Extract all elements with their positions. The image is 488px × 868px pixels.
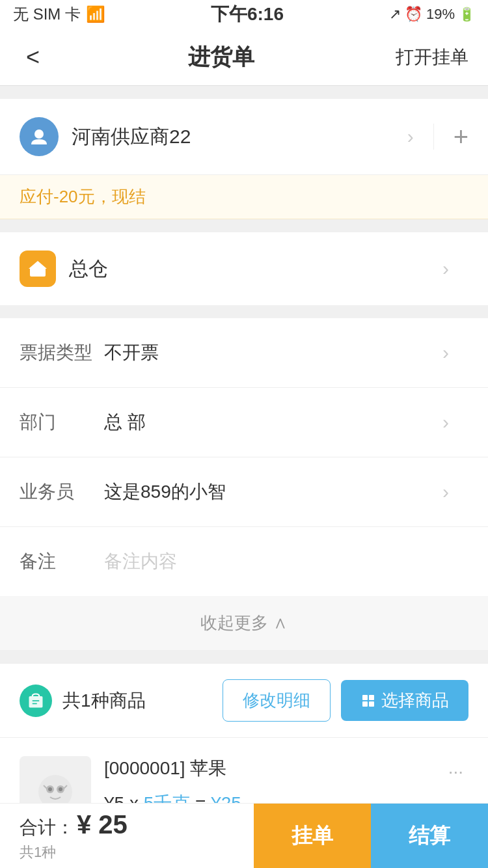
form-label-invoice: 票据类型 bbox=[20, 340, 98, 365]
svg-point-0 bbox=[34, 129, 44, 139]
total-label: 合计： bbox=[20, 815, 74, 840]
form-label-salesperson: 业务员 bbox=[20, 480, 98, 504]
warehouse-section: 总仓 › bbox=[0, 232, 488, 305]
status-right: ↗ ⏰ 19% 🔋 bbox=[389, 6, 475, 23]
svg-rect-6 bbox=[362, 695, 368, 700]
status-left: 无 SIM 卡 📶 bbox=[13, 4, 105, 25]
supplier-section: 河南供应商22 › + 应付-20元，现结 bbox=[0, 99, 488, 219]
battery-icon: 🔋 bbox=[459, 7, 475, 22]
product-more-button[interactable]: ··· bbox=[443, 756, 468, 787]
page-title: 进货单 bbox=[188, 42, 254, 72]
total-count: 共1种 bbox=[20, 843, 234, 862]
section-gap-1 bbox=[0, 86, 488, 99]
total-amount: ¥ 25 bbox=[77, 810, 128, 839]
select-product-button[interactable]: 选择商品 bbox=[341, 680, 468, 721]
form-section: 票据类型 不开票 › 部门 总 部 › 业务员 这是859的小智 › 备注 备注… bbox=[0, 318, 488, 596]
open-hang-button[interactable]: 打开挂单 bbox=[396, 45, 468, 70]
svg-rect-8 bbox=[362, 701, 368, 707]
section-gap-3 bbox=[0, 305, 488, 318]
warehouse-icon bbox=[20, 251, 56, 287]
collapse-button[interactable]: 收起更多 ∧ bbox=[0, 596, 488, 650]
select-product-label: 选择商品 bbox=[381, 689, 449, 712]
divider bbox=[433, 124, 434, 150]
products-count: 共1种商品 bbox=[62, 688, 223, 713]
status-bar: 无 SIM 卡 📶 下午6:16 ↗ ⏰ 19% 🔋 bbox=[0, 0, 488, 29]
form-value-invoice: 不开票 bbox=[98, 340, 442, 365]
alarm-icon: ⏰ bbox=[405, 6, 422, 23]
form-value-salesperson: 这是859的小智 bbox=[98, 480, 442, 504]
warehouse-name: 总仓 bbox=[69, 256, 442, 282]
supplier-avatar bbox=[20, 117, 59, 156]
bottom-bar: 合计： ¥ 25 共1种 挂单 结算 bbox=[0, 803, 488, 868]
form-row-department[interactable]: 部门 总 部 › bbox=[0, 387, 488, 457]
warehouse-chevron-icon: › bbox=[442, 258, 449, 280]
location-icon: ↗ bbox=[389, 6, 401, 23]
nav-bar: < 进货单 打开挂单 bbox=[0, 29, 488, 86]
svg-rect-1 bbox=[30, 267, 46, 277]
form-label-note: 备注 bbox=[20, 549, 98, 574]
svg-point-13 bbox=[48, 787, 52, 791]
form-value-department: 总 部 bbox=[98, 410, 442, 435]
time-display: 下午6:16 bbox=[211, 2, 284, 27]
product-title: 苹果 bbox=[190, 758, 226, 778]
products-icon bbox=[20, 685, 52, 717]
wifi-icon: 📶 bbox=[86, 5, 105, 23]
checkout-button[interactable]: 结算 bbox=[371, 804, 488, 869]
supplier-row[interactable]: 河南供应商22 › + bbox=[0, 99, 488, 175]
section-gap-4 bbox=[0, 650, 488, 663]
form-row-note[interactable]: 备注 备注内容 bbox=[0, 526, 488, 596]
form-placeholder-note[interactable]: 备注内容 bbox=[98, 549, 468, 574]
notice-bar: 应付-20元，现结 bbox=[0, 175, 488, 219]
supplier-chevron-icon: › bbox=[407, 126, 414, 148]
svg-rect-7 bbox=[369, 695, 374, 700]
svg-rect-3 bbox=[29, 696, 43, 708]
add-supplier-button[interactable]: + bbox=[454, 122, 468, 152]
invoice-chevron-icon: › bbox=[442, 342, 449, 364]
back-button[interactable]: < bbox=[20, 37, 46, 77]
svg-marker-2 bbox=[29, 261, 47, 269]
supplier-name: 河南供应商22 bbox=[72, 124, 407, 150]
department-chevron-icon: › bbox=[442, 411, 449, 433]
salesperson-chevron-icon: › bbox=[442, 481, 449, 503]
total-section: 合计： ¥ 25 共1种 bbox=[0, 810, 254, 862]
svg-rect-9 bbox=[369, 701, 374, 707]
form-row-invoice[interactable]: 票据类型 不开票 › bbox=[0, 318, 488, 387]
products-header: 共1种商品 修改明细 选择商品 bbox=[0, 663, 488, 737]
product-code: [0000001] bbox=[104, 758, 185, 778]
svg-point-14 bbox=[59, 787, 62, 791]
carrier-text: 无 SIM 卡 bbox=[13, 4, 81, 25]
product-name: [0000001] 苹果 bbox=[104, 756, 443, 781]
battery-text: 19% bbox=[426, 6, 455, 23]
form-label-department: 部门 bbox=[20, 410, 98, 435]
section-gap-2 bbox=[0, 219, 488, 232]
hang-button[interactable]: 挂单 bbox=[254, 804, 371, 869]
form-row-salesperson[interactable]: 业务员 这是859的小智 › bbox=[0, 457, 488, 526]
warehouse-row[interactable]: 总仓 › bbox=[0, 232, 488, 305]
edit-details-button[interactable]: 修改明细 bbox=[223, 679, 331, 722]
